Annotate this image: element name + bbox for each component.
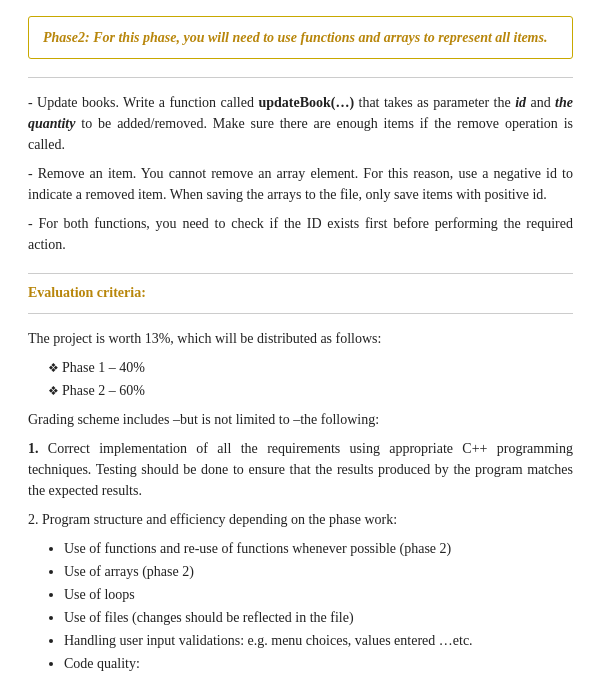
phase-box: Phase2: For this phase, you will need to… bbox=[28, 16, 573, 59]
phase-1-text: Phase 1 – 40% bbox=[62, 360, 145, 375]
update-prefix: - Update books. Write a function called bbox=[28, 95, 258, 110]
bullet-item-1: Use of arrays (phase 2) bbox=[64, 561, 573, 582]
eval-intro: The project is worth 13%, which will be … bbox=[28, 328, 573, 349]
criteria-1-text: Correct implementation of all the requir… bbox=[28, 441, 573, 498]
remove-item-text: - Remove an item. You cannot remove an a… bbox=[28, 163, 573, 205]
phase-2-item: Phase 2 – 60% bbox=[48, 380, 573, 401]
update-suffix: to be added/removed. Make sure there are… bbox=[28, 116, 573, 152]
phases-list: Phase 1 – 40% Phase 2 – 60% bbox=[28, 357, 573, 401]
phase-title-text: For this phase, you will need to use fun… bbox=[90, 30, 548, 45]
bullet-item-2: Use of loops bbox=[64, 584, 573, 605]
grading-intro: Grading scheme includes –but is not limi… bbox=[28, 409, 573, 430]
criteria-1-label: 1. bbox=[28, 441, 39, 456]
criteria-2: 2. Program structure and efficiency depe… bbox=[28, 509, 573, 530]
bullet-item-5: Code quality: bbox=[64, 653, 573, 674]
update-function: updateBook(…) bbox=[258, 95, 354, 110]
update-mid1: that takes as parameter the bbox=[354, 95, 515, 110]
eval-title: Evaluation criteria: bbox=[28, 285, 146, 304]
both-functions-text: - For both functions, you need to check … bbox=[28, 213, 573, 255]
eval-content: The project is worth 13%, which will be … bbox=[28, 328, 573, 674]
eval-header: Evaluation criteria: bbox=[28, 273, 573, 303]
update-param1: id bbox=[515, 95, 526, 110]
bullet-item-0: Use of functions and re-use of functions… bbox=[64, 538, 573, 559]
bullet-item-3: Use of files (changes should be reflecte… bbox=[64, 607, 573, 628]
phase-1-item: Phase 1 – 40% bbox=[48, 357, 573, 378]
phase-title-label: Phase2: bbox=[43, 30, 90, 45]
update-books-text: - Update books. Write a function called … bbox=[28, 92, 573, 155]
phase-title: Phase2: For this phase, you will need to… bbox=[43, 30, 547, 45]
update-books-block: - Update books. Write a function called … bbox=[28, 92, 573, 255]
divider-2 bbox=[28, 313, 573, 314]
divider-1 bbox=[28, 77, 573, 78]
bullet-item-4: Handling user input validations: e.g. me… bbox=[64, 630, 573, 651]
criteria-1: 1. Correct implementation of all the req… bbox=[28, 438, 573, 501]
bullet-list: Use of functions and re-use of functions… bbox=[28, 538, 573, 674]
update-mid2: and bbox=[526, 95, 555, 110]
evaluation-section: Evaluation criteria: The project is wort… bbox=[28, 273, 573, 674]
page-container: Phase2: For this phase, you will need to… bbox=[0, 0, 601, 700]
phase-2-text: Phase 2 – 60% bbox=[62, 383, 145, 398]
